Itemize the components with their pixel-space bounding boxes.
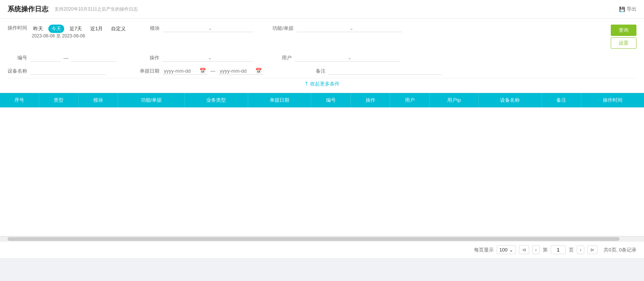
col-operation: 操作 bbox=[351, 93, 390, 107]
collapse-icon: ⤒ bbox=[304, 81, 309, 87]
per-page-label: 每页显示 bbox=[474, 247, 494, 253]
user-select[interactable]: ⌄ bbox=[295, 54, 400, 62]
col-op-time: 操作时间 bbox=[581, 93, 644, 107]
last-page-button[interactable]: ⊳ bbox=[587, 245, 598, 254]
voucher-date-to-input[interactable] bbox=[220, 68, 254, 74]
page-subtitle: 支持2020年10月31日之后产生的操作日志 bbox=[54, 6, 138, 12]
query-button[interactable]: 查询 bbox=[611, 25, 636, 36]
time-filter-label: 操作时间 bbox=[8, 25, 30, 31]
voucher-date-from-wrapper[interactable]: 📅 bbox=[162, 67, 207, 75]
time-btn-yesterday[interactable]: 昨天 bbox=[30, 25, 46, 33]
pagination-bar: 每页显示 100 ⌄ ⊲ ‹ 第 页 › ⊳ 共0页, 0条记录 bbox=[0, 241, 644, 258]
first-page-button[interactable]: ⊲ bbox=[519, 245, 529, 254]
time-btn-1month[interactable]: 近1月 bbox=[87, 25, 106, 33]
function-chevron-icon: ⌄ bbox=[349, 25, 400, 31]
time-btn-7days[interactable]: 近7天 bbox=[66, 25, 85, 33]
remark-label: 备注 bbox=[306, 68, 329, 75]
calendar-to-icon[interactable]: 📅 bbox=[255, 68, 262, 74]
time-btn-custom[interactable]: 自定义 bbox=[108, 25, 129, 33]
empty-area bbox=[0, 107, 644, 236]
page-number-input[interactable] bbox=[551, 245, 566, 254]
device-label: 设备名称 bbox=[8, 68, 30, 75]
number-label: 编号 bbox=[8, 54, 30, 61]
table-container: 序号 类型 模块 功能/单据 业务类型 单据日期 编号 操作 用户 用户ip 设… bbox=[0, 93, 644, 236]
col-biz-type: 业务类型 bbox=[185, 93, 248, 107]
col-user-ip: 用户ip bbox=[429, 93, 478, 107]
number-from-input[interactable] bbox=[30, 54, 60, 62]
data-table: 序号 类型 模块 功能/单据 业务类型 单据日期 编号 操作 用户 用户ip 设… bbox=[0, 93, 644, 107]
date-range-display: 2023-06-06 至 2023-06-06 bbox=[32, 33, 129, 39]
remark-input[interactable] bbox=[329, 67, 442, 75]
settings-button[interactable]: 设置 bbox=[611, 37, 636, 49]
per-page-select[interactable]: 100 ⌄ bbox=[497, 245, 516, 254]
date-dash: — bbox=[210, 68, 215, 74]
number-dash: — bbox=[63, 55, 68, 61]
col-function: 功能/单据 bbox=[118, 93, 184, 107]
export-button[interactable]: 💾 导出 bbox=[619, 6, 636, 12]
module-chevron-icon: ⌄ bbox=[208, 25, 251, 31]
prev-page-button[interactable]: ‹ bbox=[532, 245, 540, 254]
next-page-button[interactable]: › bbox=[577, 245, 584, 254]
module-label: 模块 bbox=[140, 25, 163, 32]
function-label: 功能/单据 bbox=[272, 25, 297, 32]
device-input[interactable] bbox=[30, 67, 106, 75]
scrollbar-thumb[interactable] bbox=[8, 237, 619, 241]
user-label: 用户 bbox=[272, 54, 295, 61]
operation-label: 操作 bbox=[140, 54, 162, 61]
time-btn-today[interactable]: 今天 bbox=[48, 25, 64, 33]
user-chevron-icon: ⌄ bbox=[347, 55, 398, 61]
table-header-row: 序号 类型 模块 功能/单据 业务类型 单据日期 编号 操作 用户 用户ip 设… bbox=[0, 93, 644, 107]
number-to-input[interactable] bbox=[71, 54, 117, 62]
col-user: 用户 bbox=[390, 93, 429, 107]
calendar-from-icon[interactable]: 📅 bbox=[199, 68, 206, 74]
col-remark: 备注 bbox=[542, 93, 581, 107]
col-type: 类型 bbox=[39, 93, 78, 107]
horizontal-scrollbar[interactable] bbox=[0, 236, 644, 241]
operation-chevron-icon: ⌄ bbox=[208, 55, 251, 61]
per-page-chevron-icon: ⌄ bbox=[509, 247, 513, 253]
voucher-date-to-wrapper[interactable]: 📅 bbox=[218, 67, 263, 75]
per-page-value: 100 bbox=[499, 247, 508, 253]
operation-select[interactable]: ⌄ bbox=[162, 54, 253, 62]
col-number: 编号 bbox=[311, 93, 351, 107]
total-text: 共0页, 0条记录 bbox=[604, 247, 636, 253]
col-module: 模块 bbox=[79, 93, 118, 107]
function-select[interactable]: ⌄ bbox=[297, 25, 402, 32]
module-select[interactable]: ⌄ bbox=[163, 25, 253, 32]
col-device: 设备名称 bbox=[478, 93, 542, 107]
page-title: 系统操作日志 bbox=[8, 5, 48, 14]
col-voucher-date: 单据日期 bbox=[248, 93, 311, 107]
export-icon: 💾 bbox=[619, 6, 625, 12]
col-seq: 序号 bbox=[0, 93, 39, 107]
voucher-date-from-input[interactable] bbox=[164, 68, 198, 74]
voucher-date-label: 单据日期 bbox=[136, 68, 162, 75]
collapse-bar[interactable]: ⤒ 收起更多条件 bbox=[8, 78, 636, 90]
page-unit: 页 bbox=[569, 247, 574, 253]
page-label: 第 bbox=[543, 247, 548, 253]
